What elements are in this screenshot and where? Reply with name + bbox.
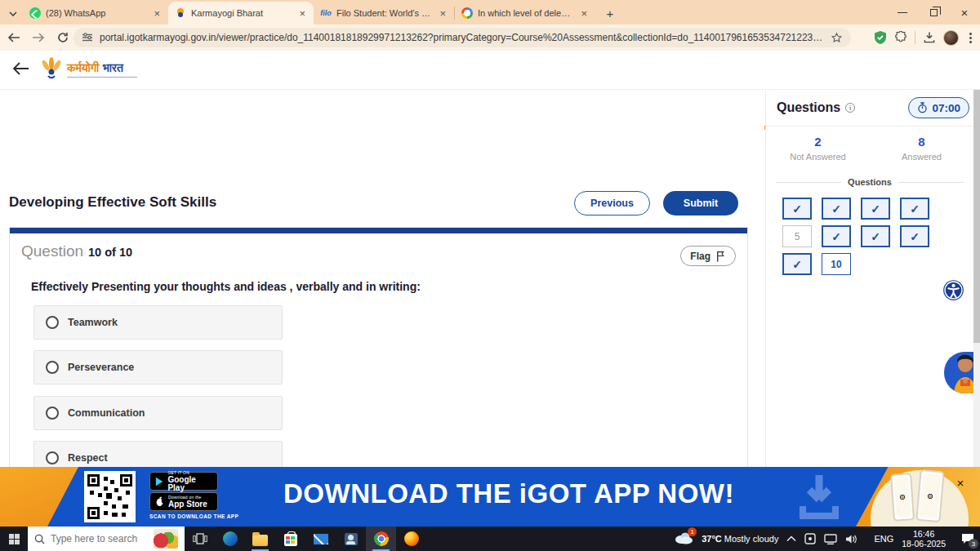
flag-button[interactable]: Flag [680,246,736,266]
question-cell-8[interactable] [900,225,929,247]
bookmark-star-icon[interactable] [831,32,843,44]
firefox-icon[interactable] [396,527,426,551]
windows-logo-icon [9,534,20,544]
banner-close-icon[interactable] [954,477,967,490]
page-scrollbar[interactable] [973,90,980,467]
weather-alert-badge: 1 [688,527,697,536]
radio-icon[interactable] [46,451,59,464]
new-tab-button[interactable]: + [600,3,620,23]
url-bar[interactable]: portal.igotkarmayogi.gov.in/viewer/pract… [74,28,851,47]
chrome-menu-icon[interactable] [966,33,975,43]
scrollbar-thumb[interactable] [973,90,980,343]
submit-button[interactable]: Submit [663,191,738,216]
windows-taskbar: 1 37°C Mostly cloudy ENG 16:46 18-06-202… [0,527,980,551]
page-back-arrow-icon[interactable] [13,62,29,78]
file-explorer-icon[interactable] [245,527,275,551]
question-cell-2[interactable] [822,198,851,220]
app-store-badge[interactable]: Download on the App Store [149,492,218,511]
question-cell-5[interactable]: 5 [782,225,812,247]
accessibility-button[interactable] [942,279,964,301]
tab-whatsapp[interactable]: (28) WhatsApp × [23,2,168,24]
appstore-badge-top-text: Download on the [168,495,207,500]
site-header: कर्मयोगी भारत Items (10/11) 91% ★ Rate N… [0,51,980,90]
question-cell-3[interactable] [861,198,890,220]
search-input[interactable] [51,533,148,544]
question-card-accent-bar [10,228,747,233]
question-cell-10[interactable]: 10 [822,253,851,275]
option-label: Teamwork [68,317,118,328]
google-play-badge[interactable]: GET IT ON Google Play [149,472,218,491]
volume-icon[interactable] [845,534,858,544]
minimize-button[interactable]: — [887,0,918,24]
tab-close-icon[interactable]: × [579,7,589,20]
edge-icon[interactable] [215,527,245,551]
radio-icon[interactable] [46,316,59,329]
url-text[interactable]: portal.igotkarmayogi.gov.in/viewer/pract… [100,32,824,43]
question-cell-6[interactable] [822,225,851,247]
downloads-icon[interactable] [923,31,936,44]
karmayogi-logo-icon [39,56,64,83]
tab-google-search[interactable]: In which level of delegation do × [455,2,595,24]
mail-icon[interactable] [305,527,336,551]
logo-word-2: भारत [103,61,123,74]
sidebar-info-icon[interactable] [845,103,855,113]
questions-sidebar: Questions 07:00 2 Not Answered 8 Answere… [765,90,973,467]
hidden-icons-chevron[interactable] [786,535,796,542]
reload-icon[interactable] [52,27,74,48]
back-nav-icon[interactable] [3,27,24,48]
toolbar-extensions-area [874,27,975,48]
taskbar-search[interactable] [28,527,185,551]
microsoft-store-icon[interactable] [275,527,305,551]
question-cell-7[interactable] [861,225,890,247]
accessibility-icon [942,279,964,301]
extensions-puzzle-icon[interactable] [894,31,907,44]
forward-nav-icon[interactable] [28,27,49,48]
tab-close-icon[interactable]: × [297,7,307,20]
adblock-shield-icon[interactable] [874,30,887,45]
tab-title: Filo Student: World's Only Live [336,8,433,18]
language-indicator[interactable]: ENG [874,534,893,544]
banner-left-decoration [0,467,82,527]
site-info-icon[interactable] [82,33,93,42]
main-content: Developing Effective Soft Skills Previou… [0,90,764,467]
tab-close-icon[interactable]: × [438,7,448,20]
tray-app-icon[interactable] [804,533,816,544]
profile-avatar[interactable] [943,30,959,46]
restore-button[interactable] [918,0,949,24]
question-cell-1[interactable] [782,198,812,220]
system-tray [804,533,858,544]
weather-icon[interactable]: 1 [674,530,695,548]
timer-value: 07:00 [932,102,960,114]
radio-icon[interactable] [46,407,59,420]
karmayogi-logo: कर्मयोगी भारत [39,56,137,83]
whatsapp-favicon-icon [29,7,41,19]
close-window-button[interactable]: × [949,0,980,24]
tab-search-chevron-icon[interactable] [3,3,23,24]
search-daily-image[interactable] [154,529,178,549]
weather-status[interactable]: 37°C Mostly cloudy [702,534,778,544]
question-cell-9[interactable] [782,253,812,275]
question-cell-4[interactable] [900,198,929,220]
screen: (28) WhatsApp × Karmayogi Bharat × filo … [0,0,980,551]
option-communication[interactable]: Communication [33,396,283,430]
people-app-icon[interactable] [336,527,366,551]
tab-close-icon[interactable]: × [152,7,162,20]
previous-button[interactable]: Previous [574,191,650,216]
task-view-icon[interactable] [185,527,215,551]
question-grid: 5 10 [782,198,939,275]
option-teamwork[interactable]: Teamwork [33,305,283,340]
radio-icon[interactable] [46,361,59,374]
question-word: Question [21,242,83,260]
start-button[interactable] [0,527,28,551]
play-badge-top-text: GET IT ON [167,471,212,475]
tab-title: In which level of delegation do [478,8,574,18]
stopwatch-icon [917,102,928,113]
option-perseverance[interactable]: Perseverance [33,350,283,384]
tab-karmayogi-active[interactable]: Karmayogi Bharat × [168,2,314,24]
network-icon[interactable] [824,534,837,544]
taskbar-clock[interactable]: 16:46 18-06-2025 [902,529,946,549]
timer-pill: 07:00 [908,97,969,118]
chrome-icon[interactable] [366,527,396,551]
tab-filo[interactable]: filo Filo Student: World's Only Live × [314,2,454,24]
notification-center[interactable]: 3 [956,527,980,551]
